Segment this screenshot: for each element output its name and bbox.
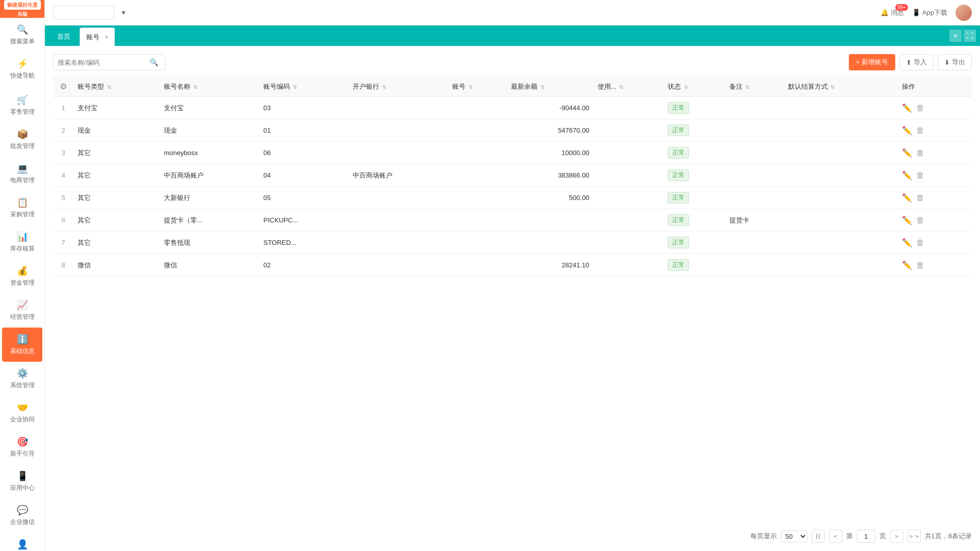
gear-icon[interactable]: ⚙ [60,82,67,91]
user-avatar[interactable] [955,5,972,21]
delete-icon[interactable]: 🗑 [916,261,924,270]
sort-note-icon[interactable]: ⇅ [745,84,749,90]
edit-icon[interactable]: ✏️ [902,126,912,135]
th-usage[interactable]: 使用... ⇅ [594,77,664,97]
sort-balance-icon[interactable]: ⇅ [541,84,545,90]
topbar: ▼ 🔔 消息 99+ 📱 App下载 [45,0,980,26]
status-badge: 正常 [668,237,689,248]
next-page-button[interactable]: ＞ [890,530,903,543]
th-status[interactable]: 状态 ⇅ [664,77,725,97]
cell-action: ✏️ 🗑 [898,142,972,164]
sort-bank-icon[interactable]: ⇅ [382,84,386,90]
th-balance[interactable]: 最新余额 ⇅ [507,77,593,97]
tab-fullscreen-button[interactable]: ⛶ [964,30,976,42]
delete-icon[interactable]: 🗑 [916,193,924,203]
account-search-input[interactable] [58,59,150,66]
sidebar-item-member[interactable]: 👤 畅会员 [0,533,44,551]
th-settings[interactable]: ⚙ [53,77,74,97]
th-code[interactable]: 账号编码 ⇅ [259,77,349,97]
topbar-search-input[interactable] [53,6,114,20]
table-row: 3 其它 moneybosx 06 10000.00 正常 ✏️ 🗑 [53,142,972,164]
tab-account[interactable]: 账号 × [80,28,115,46]
account-search-box: 🔍 [53,54,165,70]
sidebar-item-ecommerce[interactable]: 💻 电商管理 [0,157,44,191]
sidebar-item-finance[interactable]: 💰 资金管理 [0,259,44,293]
search-nav-icon: 🔍 [17,24,28,35]
sidebar-item-system[interactable]: ⚙️ 系统管理 [0,362,44,396]
edit-icon[interactable]: ✏️ [902,260,912,270]
sidebar-item-operations[interactable]: 📈 经营管理 [0,293,44,328]
sort-code-icon[interactable]: ⇅ [293,84,297,90]
app-download-button[interactable]: 📱 App下载 [912,8,947,17]
cell-settlement [784,164,898,187]
edit-icon[interactable]: ✏️ [902,170,912,180]
table-row: 1 支付宝 支付宝 03 -90444.00 正常 ✏️ 🗑 [53,97,972,119]
last-page-button[interactable]: ＞＞ [908,530,921,543]
sort-type-icon[interactable]: ⇅ [107,84,111,90]
sidebar-item-appstore[interactable]: 📱 应用中心 [0,464,44,498]
sort-status-icon[interactable]: ⇅ [684,84,688,90]
prev-page-button[interactable]: ＜ [829,530,842,543]
add-account-button[interactable]: + 新增账号 [849,54,895,70]
cell-bank: 中百商场账户 [349,164,448,187]
sort-settlement-icon[interactable]: ⇅ [830,84,835,90]
sidebar-item-purchase[interactable]: 📋 采购管理 [0,191,44,225]
edit-icon[interactable]: ✏️ [902,103,912,113]
th-default-settlement[interactable]: 默认结算方式 ⇅ [784,77,898,97]
sort-usage-icon[interactable]: ⇅ [619,84,623,90]
cell-code: 02 [259,254,349,277]
edit-icon[interactable]: ✏️ [902,148,912,158]
sort-account-icon[interactable]: ⇅ [469,84,473,90]
cell-index: 1 [53,97,74,119]
import-button[interactable]: ⬆ 导入 [899,54,934,70]
cell-usage [594,119,664,142]
notification-button[interactable]: 🔔 消息 99+ [880,8,904,17]
sidebar-item-inventory[interactable]: 📊 库存核算 [0,225,44,259]
table-row: 5 其它 大新银行 05 500.00 正常 ✏️ 🗑 [53,187,972,209]
th-action: 操作 [898,77,972,97]
cell-type: 支付宝 [74,97,160,119]
tab-account-close[interactable]: × [105,34,108,41]
sidebar-label-purchase: 采购管理 [10,210,35,219]
th-bank[interactable]: 开户银行 ⇅ [349,77,448,97]
logo: 畅捷通好生意 乐版 [0,0,44,18]
cell-action: ✏️ 🗑 [898,232,972,254]
delete-icon[interactable]: 🗑 [916,104,924,113]
th-account[interactable]: 账号 ⇅ [448,77,507,97]
sidebar-item-quick[interactable]: ⚡ 快捷导航 [0,52,44,86]
page-number-input[interactable] [857,530,875,543]
cell-action: ✏️ 🗑 [898,97,972,119]
first-page-button[interactable]: ⟨⟨ [812,530,825,543]
sidebar-item-wechat[interactable]: 💬 企业微信 [0,498,44,533]
sidebar-item-retail[interactable]: 🛒 零售管理 [0,88,44,122]
delete-icon[interactable]: 🗑 [916,171,924,180]
sidebar-item-search[interactable]: 🔍 搜索菜单 [0,18,44,52]
sidebar-label-retail: 零售管理 [10,108,35,116]
sort-name-icon[interactable]: ⇅ [193,84,198,90]
tab-account-label: 账号 [86,33,100,42]
edit-icon[interactable]: ✏️ [902,193,912,203]
cell-account [448,142,507,164]
sidebar-item-wholesale[interactable]: 📦 批发管理 [0,122,44,157]
delete-icon[interactable]: 🗑 [916,238,924,247]
export-button[interactable]: ⬇ 导出 [938,54,972,70]
topbar-dropdown[interactable]: ▼ [120,9,127,16]
cell-code: 06 [259,142,349,164]
delete-icon[interactable]: 🗑 [916,148,924,158]
sidebar-item-collab[interactable]: 🤝 企业协同 [0,396,44,430]
sidebar-item-basic-info[interactable]: ℹ️ 基础信息 [2,328,42,362]
cell-usage [594,254,664,277]
table-row: 2 现金 现金 01 547670.00 正常 ✏️ 🗑 [53,119,972,142]
th-type[interactable]: 账号类型 ⇅ [74,77,160,97]
th-note[interactable]: 备注 ⇅ [725,77,784,97]
tab-close-button[interactable]: × [949,30,962,42]
sidebar-item-guide[interactable]: 🎯 新手引导 [0,430,44,464]
delete-icon[interactable]: 🗑 [916,126,924,135]
edit-icon[interactable]: ✏️ [902,215,912,225]
page-size-select[interactable]: 50 100 200 [781,531,807,542]
edit-icon[interactable]: ✏️ [902,238,912,247]
sidebar: 畅捷通好生意 乐版 🔍 搜索菜单 ⚡ 快捷导航 🛒 零售管理 📦 批发管理 💻 … [0,0,45,551]
delete-icon[interactable]: 🗑 [916,216,924,225]
tab-home[interactable]: 首页 [49,28,79,46]
th-name[interactable]: 账号名称 ⇅ [160,77,259,97]
